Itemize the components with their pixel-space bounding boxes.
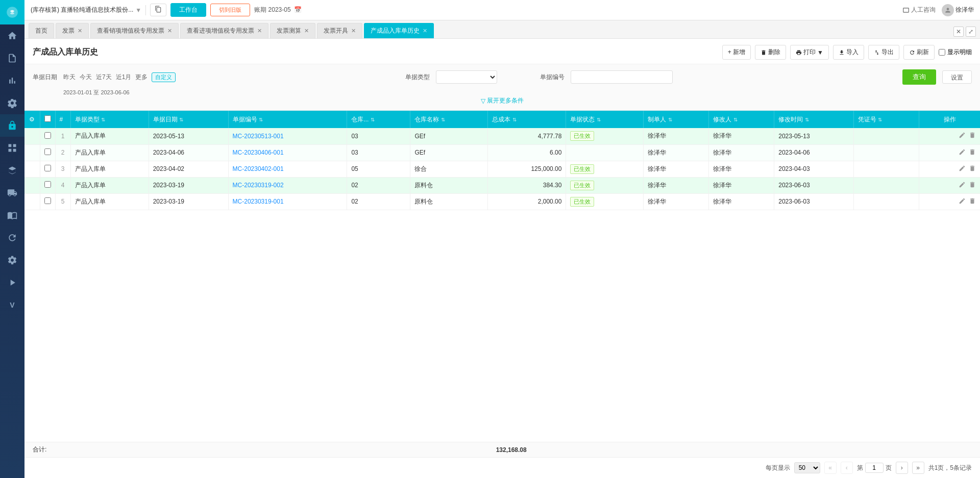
delete-row-icon[interactable] bbox=[969, 132, 976, 140]
number-filter-input[interactable] bbox=[571, 70, 673, 84]
td-checkbox[interactable] bbox=[40, 144, 55, 161]
sidebar-item-lock[interactable] bbox=[0, 114, 24, 137]
tab-open[interactable]: 发票开具 ✕ bbox=[317, 23, 362, 38]
select-all-checkbox[interactable] bbox=[44, 115, 51, 122]
td-checkbox[interactable] bbox=[40, 128, 55, 144]
delete-row-icon[interactable] bbox=[969, 181, 976, 190]
edit-icon[interactable] bbox=[959, 181, 966, 190]
td-checkbox[interactable] bbox=[40, 177, 55, 193]
user-menu[interactable]: 徐泽华 bbox=[942, 4, 974, 16]
row-checkbox[interactable] bbox=[44, 181, 51, 188]
set-btn[interactable]: 设置 bbox=[942, 70, 972, 84]
sidebar-item-truck[interactable] bbox=[0, 182, 24, 204]
refresh-btn[interactable]: 刷新 bbox=[903, 45, 935, 60]
show-detail-checkbox[interactable] bbox=[939, 49, 945, 56]
record-link[interactable]: MC-20230319-002 bbox=[233, 182, 284, 189]
sidebar-item-analytics[interactable] bbox=[0, 69, 24, 92]
sidebar-item-book[interactable] bbox=[0, 204, 24, 227]
th-number[interactable]: 单据编号 ⇅ bbox=[228, 111, 347, 128]
th-mtime[interactable]: 修改时间 ⇅ bbox=[774, 111, 854, 128]
record-link[interactable]: MC-20230406-001 bbox=[233, 149, 284, 156]
date-more[interactable]: 更多 bbox=[135, 73, 148, 82]
record-link[interactable]: MC-20230513-001 bbox=[233, 133, 284, 140]
sidebar-item-refresh[interactable] bbox=[0, 227, 24, 249]
tab-home[interactable]: 首页 bbox=[29, 23, 54, 38]
th-checkbox[interactable] bbox=[40, 111, 55, 128]
help-btn[interactable]: 人工咨询 bbox=[902, 6, 936, 14]
th-creator[interactable]: 制单人 ⇅ bbox=[644, 111, 709, 128]
sidebar-item-grid[interactable] bbox=[0, 137, 24, 159]
show-detail-toggle[interactable]: 显示明细 bbox=[939, 48, 972, 57]
sidebar-item-v[interactable]: V bbox=[0, 294, 24, 316]
th-voucher[interactable]: 凭证号 ⇅ bbox=[854, 111, 919, 128]
calendar-icon[interactable]: 📅 bbox=[294, 6, 302, 13]
td-checkbox[interactable] bbox=[40, 161, 55, 177]
tab-calc-close[interactable]: ✕ bbox=[304, 28, 309, 34]
tab-check-purchase[interactable]: 查看进项增值税专用发票 ✕ bbox=[180, 23, 268, 38]
expand-filter-btn[interactable]: ▽ 展开更多条件 bbox=[481, 96, 524, 105]
tab-check-purchase-close[interactable]: ✕ bbox=[257, 28, 262, 34]
switch-version-btn[interactable]: 切到旧版 bbox=[210, 4, 250, 16]
date-1month[interactable]: 近1月 bbox=[116, 73, 132, 82]
th-date[interactable]: 单据日期 ⇅ bbox=[149, 111, 228, 128]
th-wname[interactable]: 仓库名称 ⇅ bbox=[410, 111, 488, 128]
tab-expand-btn[interactable]: ⤢ bbox=[966, 27, 976, 37]
delete-row-icon[interactable] bbox=[969, 197, 976, 206]
delete-row-icon[interactable] bbox=[969, 148, 976, 157]
print-btn[interactable]: 打印 ▼ bbox=[790, 45, 829, 60]
company-dropdown-icon[interactable]: ▼ bbox=[135, 7, 141, 14]
edit-icon[interactable] bbox=[959, 165, 966, 173]
row-checkbox[interactable] bbox=[44, 165, 51, 171]
tab-product-history[interactable]: 产成品入库单历史 ✕ bbox=[364, 23, 434, 38]
delete-row-icon[interactable] bbox=[969, 165, 976, 173]
th-wcode[interactable]: 仓库... ⇅ bbox=[347, 111, 410, 128]
company-selector[interactable]: (库存核算) 直播轻纯通信息技术股份... ▼ bbox=[31, 6, 141, 14]
next-page-btn[interactable]: › bbox=[896, 462, 908, 474]
export-btn[interactable]: 导出 bbox=[868, 45, 899, 60]
sidebar-item-config[interactable] bbox=[0, 249, 24, 271]
edit-icon[interactable] bbox=[959, 132, 966, 140]
workbench-btn[interactable]: 工作台 bbox=[170, 3, 206, 17]
prev-page-btn[interactable]: ‹ bbox=[841, 462, 853, 474]
sidebar-item-play[interactable] bbox=[0, 271, 24, 294]
tab-product-history-close[interactable]: ✕ bbox=[423, 28, 427, 34]
page-number-input[interactable] bbox=[865, 463, 884, 473]
last-page-btn[interactable]: » bbox=[912, 462, 924, 474]
tab-invoice-close[interactable]: ✕ bbox=[78, 28, 82, 34]
first-page-btn[interactable]: « bbox=[824, 462, 837, 474]
sidebar-item-box[interactable] bbox=[0, 159, 24, 182]
date-yesterday[interactable]: 昨天 bbox=[63, 73, 76, 82]
sidebar-item-settings[interactable] bbox=[0, 92, 24, 114]
td-checkbox[interactable] bbox=[40, 193, 55, 210]
sidebar-item-home[interactable] bbox=[0, 24, 24, 47]
tab-open-close[interactable]: ✕ bbox=[351, 28, 356, 34]
date-today[interactable]: 今天 bbox=[80, 73, 92, 82]
th-modifier[interactable]: 修改人 ⇅ bbox=[709, 111, 774, 128]
copy-btn[interactable] bbox=[150, 4, 166, 16]
date-7days[interactable]: 近7天 bbox=[96, 73, 112, 82]
query-btn[interactable]: 查询 bbox=[902, 69, 936, 85]
sidebar-item-invoice[interactable] bbox=[0, 47, 24, 69]
import-btn[interactable]: 导入 bbox=[833, 45, 864, 60]
edit-icon[interactable] bbox=[959, 148, 966, 157]
per-page-select[interactable]: 50 100 200 bbox=[794, 462, 820, 473]
edit-icon[interactable] bbox=[959, 197, 966, 206]
tab-check-sales-close[interactable]: ✕ bbox=[167, 28, 172, 34]
row-checkbox[interactable] bbox=[44, 132, 51, 139]
record-link[interactable]: MC-20230319-001 bbox=[233, 198, 284, 205]
delete-btn[interactable]: 删除 bbox=[755, 45, 786, 60]
th-settings[interactable]: ⚙ bbox=[24, 111, 40, 128]
th-cost[interactable]: 总成本 ⇅ bbox=[488, 111, 566, 128]
th-status[interactable]: 单据状态 ⇅ bbox=[566, 111, 644, 128]
record-link[interactable]: MC-20230402-001 bbox=[233, 165, 284, 172]
print-dropdown-icon[interactable]: ▼ bbox=[817, 49, 823, 56]
tab-close-all-btn[interactable]: ✕ bbox=[953, 27, 964, 37]
th-type[interactable]: 单据类型 ⇅ bbox=[70, 111, 149, 128]
row-checkbox[interactable] bbox=[44, 148, 51, 155]
date-custom[interactable]: 自定义 bbox=[152, 72, 176, 82]
tab-invoice[interactable]: 发票 ✕ bbox=[56, 23, 89, 38]
tab-calc[interactable]: 发票测算 ✕ bbox=[270, 23, 315, 38]
tab-check-sales[interactable]: 查看销项增值税专用发票 ✕ bbox=[90, 23, 179, 38]
new-btn[interactable]: + 新增 bbox=[722, 45, 751, 60]
row-checkbox[interactable] bbox=[44, 197, 51, 204]
